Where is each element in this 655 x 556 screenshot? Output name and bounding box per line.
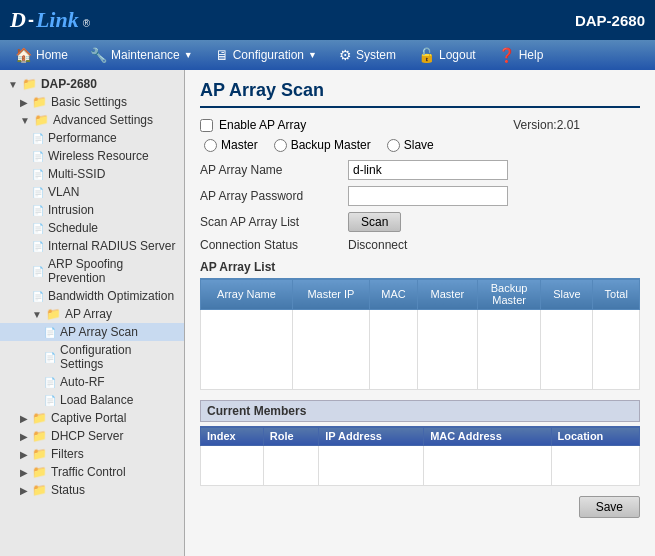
ap-array-password-input[interactable] [348,186,508,206]
ap-array-table: Array Name Master IP MAC Master BackupMa… [200,278,640,390]
nav-home[interactable]: 🏠 Home [5,43,78,67]
sidebar-item-load-balance[interactable]: 📄 Load Balance [0,391,184,409]
logo-d: D [10,7,26,33]
expand-icon: ▶ [20,97,28,108]
sidebar-item-auto-rf[interactable]: 📄 Auto-RF [0,373,184,391]
sidebar-load-balance-label: Load Balance [60,393,133,407]
sidebar-radius-label: Internal RADIUS Server [48,239,175,253]
members-table: Index Role IP Address MAC Address Locati… [200,426,640,486]
folder-icon: 📁 [46,307,61,321]
logo-trademark: ® [83,18,90,29]
content-area: AP Array Scan Enable AP Array Version:2.… [185,70,655,556]
folder-icon: 📁 [32,95,47,109]
expand-icon: ▶ [20,431,28,442]
sidebar-ap-array-label: AP Array [65,307,112,321]
page-title: AP Array Scan [200,80,640,108]
sidebar-item-ap-array-scan[interactable]: 📄 AP Array Scan [0,323,184,341]
logo-link: Link [36,7,79,33]
enable-row: Enable AP Array Version:2.01 [200,118,640,132]
sidebar-captive-portal-label: Captive Portal [51,411,126,425]
page-icon: 📄 [32,223,44,234]
nav-configuration[interactable]: 🖥 Configuration ▼ [205,43,327,67]
nav-logout[interactable]: 🔓 Logout [408,43,486,67]
ap-array-name-input[interactable] [348,160,508,180]
page-icon: 📄 [32,266,44,277]
page-icon: 📄 [32,205,44,216]
ap-array-list-title: AP Array List [200,260,640,274]
sidebar-dap2680-label: DAP-2680 [41,77,97,91]
enable-ap-array-label: Enable AP Array [219,118,306,132]
sidebar-multi-ssid-label: Multi-SSID [48,167,105,181]
sidebar-bandwidth-label: Bandwidth Optimization [48,289,174,303]
expand-icon: ▶ [20,449,28,460]
current-members-section: Current Members Index Role IP Address MA… [200,400,640,486]
col-location: Location [551,427,640,446]
sidebar-item-basic-settings[interactable]: ▶ 📁 Basic Settings [0,93,184,111]
nav-system-label: System [356,48,396,62]
sidebar-item-ap-array[interactable]: ▼ 📁 AP Array [0,305,184,323]
version-text: Version:2.01 [513,118,580,132]
page-icon: 📄 [32,187,44,198]
connection-status-label: Connection Status [200,238,340,252]
sidebar-item-captive-portal[interactable]: ▶ 📁 Captive Portal [0,409,184,427]
sidebar-item-radius[interactable]: 📄 Internal RADIUS Server [0,237,184,255]
nav-system[interactable]: ⚙ System [329,43,406,67]
header: D - Link ® DAP-2680 [0,0,655,40]
sidebar-item-dhcp[interactable]: ▶ 📁 DHCP Server [0,427,184,445]
sidebar-item-wireless-resource[interactable]: 📄 Wireless Resource [0,147,184,165]
scan-button[interactable]: Scan [348,212,401,232]
col-total: Total [593,279,640,310]
sidebar-item-multi-ssid[interactable]: 📄 Multi-SSID [0,165,184,183]
sidebar-item-schedule[interactable]: 📄 Schedule [0,219,184,237]
page-icon: 📄 [44,377,56,388]
nav-maintenance[interactable]: 🔧 Maintenance ▼ [80,43,203,67]
radio-master-input[interactable] [204,139,217,152]
sidebar-item-config-settings[interactable]: 📄 Configuration Settings [0,341,184,373]
col-mac: MAC [369,279,417,310]
enable-left: Enable AP Array [200,118,306,132]
radio-master-label: Master [221,138,258,152]
enable-ap-array-checkbox[interactable] [200,119,213,132]
form-row-scan: Scan AP Array List Scan [200,212,640,232]
nav-help[interactable]: ❓ Help [488,43,554,67]
save-button[interactable]: Save [579,496,640,518]
system-icon: ⚙ [339,47,352,63]
current-members-title: Current Members [200,400,640,422]
page-icon: 📄 [32,291,44,302]
help-icon: ❓ [498,47,515,63]
expand-icon: ▼ [32,309,42,320]
nav-home-label: Home [36,48,68,62]
col-master: Master [417,279,477,310]
sidebar-item-status[interactable]: ▶ 📁 Status [0,481,184,499]
page-icon: 📄 [44,395,56,406]
folder-icon: 📁 [32,465,47,479]
form-row-ap-array-password: AP Array Password [200,186,640,206]
sidebar-item-vlan[interactable]: 📄 VLAN [0,183,184,201]
sidebar-item-advanced-settings[interactable]: ▼ 📁 Advanced Settings [0,111,184,129]
sidebar-item-traffic-control[interactable]: ▶ 📁 Traffic Control [0,463,184,481]
logout-icon: 🔓 [418,47,435,63]
page-icon: 📄 [44,352,56,363]
sidebar-item-intrusion[interactable]: 📄 Intrusion [0,201,184,219]
logo: D - Link ® [10,7,90,33]
radio-slave[interactable]: Slave [387,138,434,152]
radio-backup-master[interactable]: Backup Master [274,138,371,152]
expand-icon: ▼ [20,115,30,126]
sidebar-item-bandwidth[interactable]: 📄 Bandwidth Optimization [0,287,184,305]
scan-ap-array-list-label: Scan AP Array List [200,215,340,229]
sidebar-auto-rf-label: Auto-RF [60,375,105,389]
sidebar-advanced-settings-label: Advanced Settings [53,113,153,127]
sidebar-item-arp[interactable]: 📄 ARP Spoofing Prevention [0,255,184,287]
radio-slave-input[interactable] [387,139,400,152]
ap-array-password-label: AP Array Password [200,189,340,203]
col-master-ip: Master IP [292,279,369,310]
sidebar-item-filters[interactable]: ▶ 📁 Filters [0,445,184,463]
radio-backup-master-input[interactable] [274,139,287,152]
folder-icon: 📁 [32,429,47,443]
sidebar-item-performance[interactable]: 📄 Performance [0,129,184,147]
sidebar-wireless-resource-label: Wireless Resource [48,149,149,163]
sidebar-item-dap2680[interactable]: ▼ 📁 DAP-2680 [0,75,184,93]
radio-master[interactable]: Master [204,138,258,152]
ap-array-name-label: AP Array Name [200,163,340,177]
navbar: 🏠 Home 🔧 Maintenance ▼ 🖥 Configuration ▼… [0,40,655,70]
